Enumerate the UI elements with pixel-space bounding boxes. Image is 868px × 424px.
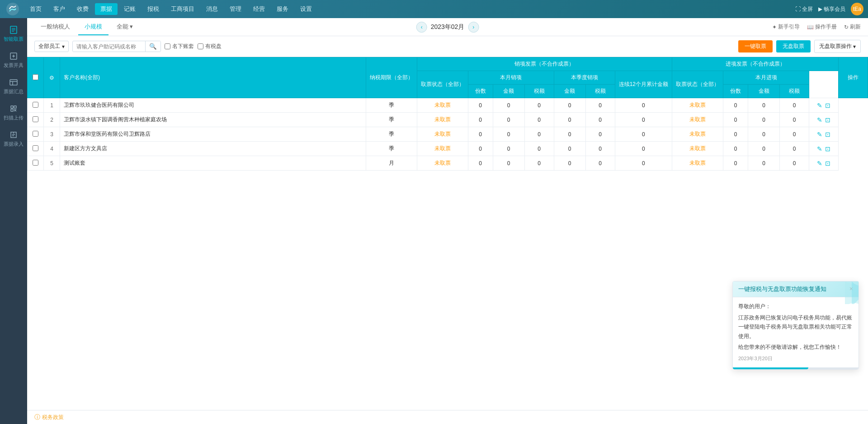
avatar[interactable]: tEa xyxy=(851,3,863,15)
nav-client[interactable]: 客户 xyxy=(48,3,71,15)
staff-filter[interactable]: 全部员工 ▾ xyxy=(34,41,69,52)
th-sq-tax: 税额 xyxy=(585,85,615,98)
no-disk-action-btn[interactable]: 无盘取票操作 ▾ xyxy=(814,40,861,53)
th-purchase-group: 进项发票（不合作成票） xyxy=(672,57,839,71)
notif-decoration xyxy=(831,281,859,304)
svg-rect-11 xyxy=(11,106,13,108)
view-icon[interactable]: ⊡ xyxy=(825,145,830,152)
edit-icon[interactable]: ✎ xyxy=(817,160,822,167)
nav-message[interactable]: 消息 xyxy=(201,3,223,15)
select-all-checkbox[interactable] xyxy=(33,74,38,80)
sidebar-label-issue: 发票开具 xyxy=(4,62,24,69)
row-checkbox-4[interactable] xyxy=(28,156,44,171)
row-period-0: 季 xyxy=(366,98,417,113)
filter-label: 全部员工 xyxy=(38,43,60,50)
row-checkbox-2[interactable] xyxy=(28,127,44,142)
top-nav: 首页 客户 收费 票据 记账 报税 工商项目 消息 管理 经营 服务 设置 ⛶ … xyxy=(0,0,868,18)
nav-tax[interactable]: 报税 xyxy=(142,3,165,15)
row-sales-status-0: 未取票 xyxy=(417,98,468,113)
info-icon: ⓘ xyxy=(34,413,40,421)
row-checkbox-1[interactable] xyxy=(28,113,44,127)
refresh-icon: ↻ xyxy=(844,24,849,30)
tab-all[interactable]: 全能 ▾ xyxy=(110,19,139,35)
settings-icon[interactable]: ⚙ xyxy=(49,75,54,81)
sidebar-item-entry[interactable]: 票据录入 xyxy=(2,127,25,151)
manual-link[interactable]: 📖 操作手册 xyxy=(807,23,837,31)
view-icon[interactable]: ⊡ xyxy=(825,102,830,109)
sidebar-item-issue-invoice[interactable]: 发票开具 xyxy=(2,48,25,72)
nav-home[interactable]: 首页 xyxy=(24,3,47,15)
row-action-0: ✎ ⊡ xyxy=(809,98,839,113)
nav-invoice[interactable]: 票据 xyxy=(95,3,118,15)
edit-icon[interactable]: ✎ xyxy=(817,102,822,109)
row-sm-count-0: 0 xyxy=(468,98,493,113)
nav-business[interactable]: 工商项目 xyxy=(165,3,200,15)
row-sq-amount-0: 0 xyxy=(554,98,585,113)
no-disk-btn[interactable]: 无盘取票 xyxy=(776,40,811,52)
chevron-down-icon: ▾ xyxy=(130,23,133,30)
row-pm-tax-3: 0 xyxy=(780,142,809,156)
sidebar-item-scan[interactable]: 扫描上传 xyxy=(2,100,25,125)
row-sm-tax-4: 0 xyxy=(524,156,554,171)
table-body: 1 卫辉市玖玖健合医药有限公司 季 未取票 0 0 0 0 0 0 未取票 0 … xyxy=(28,98,868,171)
view-icon[interactable]: ⊡ xyxy=(825,131,830,138)
notification-header: 一键报税与无盘取票功能恢复通知 × xyxy=(733,281,859,297)
one-key-btn[interactable]: 一键取票 xyxy=(738,40,773,52)
guide-link[interactable]: ✦ 新手引导 xyxy=(772,23,800,31)
row-period-2: 季 xyxy=(366,127,417,142)
vip-btn[interactable]: ▶ 畅享会员 xyxy=(818,5,845,13)
tab-small[interactable]: 小规模 xyxy=(78,19,108,35)
refresh-link[interactable]: ↻ 刷新 xyxy=(844,23,861,31)
row-sq-amount-2: 0 xyxy=(554,127,585,142)
footer-text[interactable]: 税务政策 xyxy=(42,414,64,421)
row-pm-tax-0: 0 xyxy=(780,98,809,113)
row-sm-tax-1: 0 xyxy=(524,113,554,127)
row-pm-count-2: 0 xyxy=(723,127,748,142)
sidebar-item-summary[interactable]: 票据汇总 xyxy=(2,74,25,99)
row-client-3: 新建区方方文具店 xyxy=(60,142,366,156)
row-pm-tax-2: 0 xyxy=(780,127,809,142)
th-client[interactable]: 客户名称(全部) xyxy=(60,57,366,98)
row-sales-status-3: 未取票 xyxy=(417,142,468,156)
th-pm-amount: 金额 xyxy=(748,85,780,98)
edit-icon[interactable]: ✎ xyxy=(817,131,822,138)
checkbox-tax-input[interactable] xyxy=(198,43,203,49)
row-pm-amount-0: 0 xyxy=(748,98,780,113)
tab-general[interactable]: 一般纳税人 xyxy=(34,19,76,35)
view-icon[interactable]: ⊡ xyxy=(825,116,830,124)
row-num-2: 3 xyxy=(44,127,60,142)
row-checkbox-0[interactable] xyxy=(28,98,44,113)
sidebar-item-smart-invoice[interactable]: 智能取票 xyxy=(2,22,25,46)
edit-icon[interactable]: ✎ xyxy=(817,116,822,124)
nav-bookkeeping[interactable]: 记账 xyxy=(118,3,141,15)
th-period[interactable]: 纳税期限（全部） xyxy=(366,57,417,98)
notification-apology: 给您带来的不便敬请谅解，祝您工作愉快！ xyxy=(738,343,853,352)
search-button[interactable]: 🔍 xyxy=(145,41,160,52)
nav-manage[interactable]: 管理 xyxy=(224,3,247,15)
nav-settings[interactable]: 设置 xyxy=(295,3,317,15)
sidebar-label-summary: 票据汇总 xyxy=(4,88,24,95)
row-client-2: 卫辉市保和堂医药有限公司卫辉路店 xyxy=(60,127,366,142)
nav-service[interactable]: 服务 xyxy=(271,3,294,15)
th-sales-status[interactable]: 取票状态（全部） xyxy=(417,71,468,98)
row-sm-tax-2: 0 xyxy=(524,127,554,142)
row-purchase-status-3: 未取票 xyxy=(672,142,723,156)
top-nav-right: ⛶ 全屏 ▶ 畅享会员 tEa xyxy=(795,3,863,15)
edit-icon[interactable]: ✎ xyxy=(817,145,822,152)
fullscreen-btn[interactable]: ⛶ 全屏 xyxy=(795,5,813,13)
row-pm-tax-4: 0 xyxy=(780,156,809,171)
nav-fee[interactable]: 收费 xyxy=(71,3,94,15)
checkbox-name-input[interactable] xyxy=(165,43,170,49)
checkbox-tax-disk[interactable]: 有税盘 xyxy=(198,43,222,50)
next-period-btn[interactable]: › xyxy=(468,22,479,33)
row-checkbox-3[interactable] xyxy=(28,142,44,156)
tab-period-bar: 一般纳税人 小规模 全能 ▾ ‹ 2023年02月 › ✦ 新手引导 📖 xyxy=(27,18,868,36)
search-input[interactable] xyxy=(73,42,145,52)
view-icon[interactable]: ⊡ xyxy=(825,160,830,167)
nav-operate[interactable]: 经营 xyxy=(248,3,270,15)
th-purchase-status[interactable]: 取票状态（全部） xyxy=(672,71,723,98)
notification-scrollbar[interactable] xyxy=(733,367,859,369)
chevron-down-icon: ▾ xyxy=(62,43,65,50)
prev-period-btn[interactable]: ‹ xyxy=(416,22,427,33)
checkbox-name-account[interactable]: 名下账套 xyxy=(165,43,194,50)
